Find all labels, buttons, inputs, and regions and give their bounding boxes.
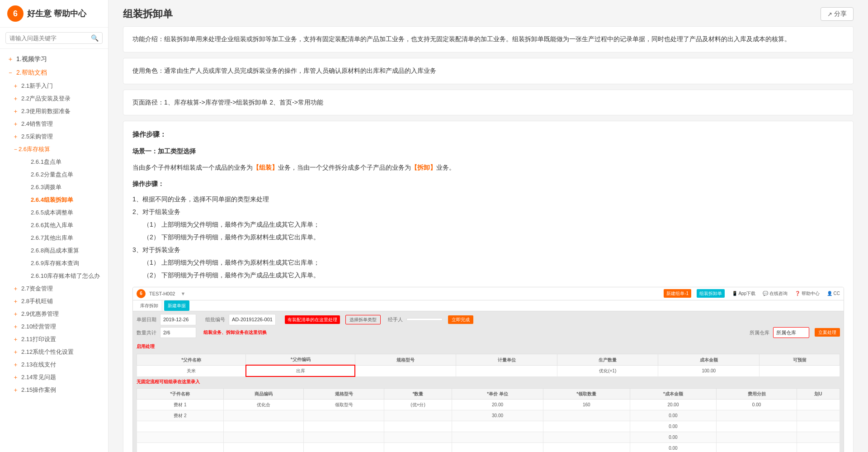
sidebar-item-video[interactable]: ＋ 1.视频学习 <box>0 52 108 66</box>
plus-icon: ＋ <box>7 55 14 63</box>
path-text: 页面路径：1、库存核算->库存管理->组装拆卸单 2、首页->常用功能 <box>132 97 844 108</box>
lr2-take <box>543 410 630 421</box>
lower-row-4: 0.00 <box>137 432 840 443</box>
upper-th-3: 规格型号 <box>355 354 456 366</box>
sidebar-item-help[interactable]: － 2.帮助文档 <box>0 66 108 80</box>
sidebar-item-finance[interactable]: ＋ 2.7资金管理 <box>13 282 108 295</box>
logo-icon: 6 <box>7 5 24 22</box>
lr4-cost: 0.00 <box>630 432 717 443</box>
app-download-btn[interactable]: 📱 App下载 <box>732 290 755 297</box>
lr2-cost: 0.00 <box>630 410 717 421</box>
main-header: 组装拆卸单 ↗ 分享 <box>108 0 868 26</box>
warehouse-label: 所属仓库 <box>750 328 769 337</box>
upper-th-2: *父件编码 <box>246 354 355 366</box>
scenario-title: 场景一：加工类型选择 <box>132 147 196 155</box>
sidebar-item-stocktake[interactable]: 2.6.1盘点单 <box>24 156 108 168</box>
plus-icon: ＋ <box>13 361 19 369</box>
sidebar-item-cost-adjust[interactable]: 2.6.5成本调整单 <box>24 206 108 219</box>
lr1-price: 20.00 <box>452 400 543 410</box>
upper-cell-name: 关米 <box>137 365 246 376</box>
lower-row-1: 费材 1 优化合 领取型号 (优+分) 20.00 160 20.00 0.00 <box>137 400 840 410</box>
sidebar-item-inventory-query[interactable]: 2.6.9库存账本查询 <box>24 257 108 270</box>
start-btn[interactable]: 立案处理 <box>815 328 840 337</box>
sidebar-item-transfer[interactable]: 2.6.3调拨单 <box>24 181 108 194</box>
sidebar-item-sales[interactable]: ＋ 2.4销售管理 <box>13 118 108 130</box>
plus-icon: ＋ <box>13 107 19 115</box>
sidebar-item-settings[interactable]: ＋ 2.12系统个性化设置 <box>13 346 108 358</box>
upper-cell-spec <box>355 365 456 376</box>
confirm-btn[interactable]: 立即完成 <box>448 315 473 324</box>
lower-th-4: *数量 <box>384 389 452 400</box>
lr1-cost: 20.00 <box>630 400 717 410</box>
sidebar-item-print[interactable]: ＋ 2.11打印设置 <box>13 333 108 346</box>
lr1-u <box>797 400 840 410</box>
lower-th-2: 商品编码 <box>223 389 304 400</box>
step3: 3、对于拆装业务 <box>132 243 844 256</box>
lr2-price: 30.00 <box>452 410 543 421</box>
sidebar: 6 好生意 帮助中心 🔍 ＋ 1.视频学习 － 2.帮助文档 ＋ 2 <box>0 0 108 452</box>
lr2-qty <box>384 410 452 421</box>
nav-section-help: － 2.帮助文档 ＋ 2.1新手入门 ＋ 2.2产品安装及登录 ＋ 2.3使用前… <box>0 66 108 396</box>
person-input[interactable] <box>406 318 443 321</box>
sidebar-item-dataprep[interactable]: ＋ 2.3使用前数据准备 <box>13 105 108 118</box>
type-select[interactable]: 选择拆单类型 <box>345 315 381 324</box>
app-dropdown-icon: ▼ <box>180 290 185 298</box>
sidebar-item-install[interactable]: ＋ 2.2产品安装及登录 <box>13 92 108 105</box>
date-input[interactable]: 2019-12-26 <box>160 314 196 325</box>
lr1-qty: (优+分) <box>384 400 452 410</box>
search-button[interactable]: 🔍 <box>91 34 99 42</box>
app-bar: 6 TEST-H002 ▼ 新建组单-1 组装拆卸单 📱 App下载 💬 在线咨… <box>133 287 844 300</box>
step3-1: （1） 上部明细为父件明细，最终作为原材料生成其它出库单； <box>132 256 844 269</box>
online-consult-btn[interactable]: 💬 在线咨询 <box>763 290 788 297</box>
order-input[interactable]: AD-20191226-001 <box>229 314 276 325</box>
total-label: 数量共计 <box>137 328 156 337</box>
lr2-u <box>797 410 840 421</box>
upper-cell-cost: 100.00 <box>658 365 760 376</box>
upper-cell-reserve <box>760 365 840 376</box>
total-input: 2/6 <box>160 327 196 338</box>
user-cc-btn[interactable]: 👤 CC <box>827 290 840 297</box>
sidebar-item-cases[interactable]: ＋ 2.15操作案例 <box>13 384 108 396</box>
upper-table: *父件名称 *父件编码 规格型号 计量单位 生产数量 成本金额 可预留 <box>137 354 840 377</box>
sidebar-item-payment[interactable]: ＋ 2.13在线支付 <box>13 358 108 371</box>
sidebar-item-newuser[interactable]: ＋ 2.1新手入门 <box>13 80 108 92</box>
page-title: 组装拆卸单 <box>123 7 173 21</box>
tab-neworder[interactable]: 新建单据 <box>164 300 189 311</box>
lr1-share: 0.00 <box>717 400 797 410</box>
warehouse-input[interactable]: 所属仓库 <box>773 327 809 338</box>
logo-text: 好生意 帮助中心 <box>27 8 86 19</box>
sidebar-item-cost-recalc[interactable]: 2.6.8商品成本重算 <box>24 244 108 257</box>
tab-inventory[interactable]: 库存拆卸 <box>137 300 162 311</box>
sidebar-item-other-in[interactable]: 2.6.6其他入库单 <box>24 219 108 232</box>
search-box: 🔍 <box>5 32 103 44</box>
lr2-share <box>717 410 797 421</box>
sidebar-item-other-out[interactable]: 2.6.7其他出库单 <box>24 232 108 244</box>
feature-text: 功能介绍：组装拆卸单用来处理企业组装或拆卸等加工业务，支持有固定装配清单的产品加… <box>132 34 844 45</box>
sidebar-item-inventory[interactable]: － 2.6库存核算 <box>13 143 108 156</box>
sidebar-item-inventory-fix[interactable]: 2.6.10库存账本错了怎么办 <box>24 270 108 282</box>
path-intro-card: 页面路径：1、库存核算->库存管理->组装拆卸单 2、首页->常用功能 <box>123 90 854 116</box>
annotation-a4-area: 无固定流程可组组录在这里录入 <box>133 377 844 386</box>
sidebar-item-faq[interactable]: ＋ 2.14常见问题 <box>13 371 108 384</box>
role-intro-card: 使用角色：通常由生产人员或库管人员完成拆装业务的操作，库管人员确认原材料的出库和… <box>123 58 854 84</box>
lower-th-5: *单价 单位 <box>452 389 543 400</box>
sidebar-item-ops[interactable]: ＋ 2.10经营管理 <box>13 320 108 333</box>
person-label: 经手人 <box>388 315 403 324</box>
sidebar-item-purchase[interactable]: ＋ 2.5采购管理 <box>13 130 108 143</box>
help-center-btn[interactable]: ❓ 帮助中心 <box>795 290 820 297</box>
search-input[interactable] <box>9 35 91 42</box>
logo-area: 6 好生意 帮助中心 <box>0 0 108 28</box>
operations-card: 操作步骤： 场景一：加工类型选择 当由多个子件材料组装成一个成品的业务为【组装】… <box>123 121 854 452</box>
assembly-order-btn[interactable]: 组装拆卸单 <box>697 289 725 298</box>
plus-icon: ＋ <box>13 82 19 90</box>
new-order-btn[interactable]: 新建组单-1 <box>664 289 691 298</box>
sidebar-item-assembly[interactable]: 2.6.4组装拆卸单 <box>24 194 108 206</box>
order-label: 组批编号 <box>205 315 225 324</box>
share-button[interactable]: ↗ 分享 <box>821 7 854 21</box>
sidebar-item-coupon[interactable]: ＋ 2.9优惠券管理 <box>13 308 108 320</box>
upper-cell-unit <box>456 365 557 376</box>
app-form: 单据日期 2019-12-26 组批编号 AD-20191226-001 有装配… <box>133 311 844 343</box>
upper-row-1: 关米 出库 优化(+1) 100.00 <box>137 365 840 376</box>
sidebar-item-mobile[interactable]: ＋ 2.8手机旺铺 <box>13 295 108 308</box>
sidebar-item-partial-stocktake[interactable]: 2.6.2分量盘点单 <box>24 168 108 181</box>
